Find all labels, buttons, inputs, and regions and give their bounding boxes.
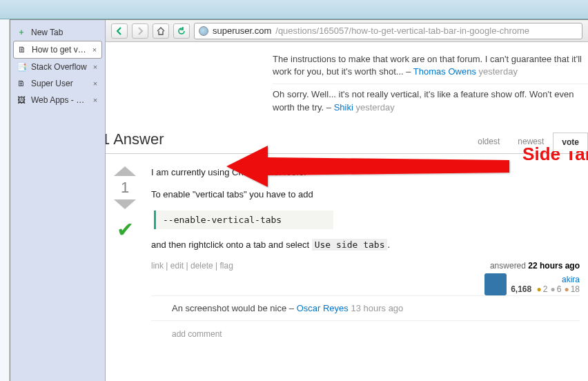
window-titlebar [0, 0, 588, 19]
tab-item[interactable]: 📑 Stack Overflow × [13, 59, 102, 75]
comment-ago: yesterday [479, 66, 518, 77]
left-edge [0, 19, 10, 381]
delete-link[interactable]: delete [190, 261, 213, 271]
globe-icon [199, 26, 208, 36]
answer-body: I am currently using Chrome 6.0.466.0. T… [151, 166, 580, 340]
address-bar[interactable]: superuser.com/questions/165057/how-to-ge… [194, 23, 582, 39]
new-tab-label: New Tab [31, 28, 99, 37]
share-link[interactable]: link [151, 261, 164, 271]
flag-link[interactable]: flag [219, 261, 233, 271]
back-button[interactable] [111, 23, 128, 39]
page-content: The instructions to make that work are o… [106, 42, 588, 381]
close-icon[interactable]: × [91, 96, 99, 104]
answer-user-link[interactable]: akira [562, 275, 580, 284]
downvote-button[interactable] [114, 199, 136, 209]
answered-ago: 22 hours ago [528, 261, 580, 271]
address-path: /questions/165057/how-to-get-vertical-ta… [275, 26, 529, 36]
site-favicon-icon: 🖼 [16, 95, 27, 106]
comment-user-link[interactable]: Oscar Reyes [297, 303, 349, 313]
edit-link[interactable]: edit [170, 261, 184, 271]
vote-score: 1 [121, 179, 129, 197]
tab-label: Web Apps - St... [31, 95, 87, 105]
answer-paragraph: and then rightclick onto a tab and selec… [151, 239, 580, 251]
tab-item[interactable]: 🗎 Super User × [13, 75, 102, 92]
tab-label: How to get ve... [32, 45, 86, 55]
inline-code: Use side tabs [312, 239, 388, 251]
browser-window: + New Tab 🗎 How to get ve... × 📑 Stack O… [10, 19, 588, 381]
add-comment-link[interactable]: add comment [151, 320, 580, 339]
accepted-check-icon: ✔ [117, 217, 134, 242]
upvote-button[interactable] [114, 166, 136, 176]
main-pane: superuser.com/questions/165057/how-to-ge… [106, 20, 588, 381]
comment-text: Oh sorry. Well... it's not really vertic… [273, 89, 574, 112]
sort-votes-tab[interactable]: vote [553, 133, 588, 151]
question-comment: The instructions to make that work are o… [273, 53, 588, 78]
sort-newest-tab[interactable]: newest [509, 132, 553, 150]
avatar [484, 273, 507, 295]
comment-ago: 13 hours ago [351, 303, 403, 313]
answers-header: 1 Answer oldest newest vote [106, 130, 588, 154]
comment-text: An screenshot would be nice – [172, 303, 297, 313]
close-icon[interactable]: × [91, 63, 99, 71]
tab-item[interactable]: 🗎 How to get ve... × [13, 41, 102, 59]
answers-heading: 1 Answer [106, 130, 164, 148]
site-favicon-icon: 🗎 [16, 78, 27, 89]
question-comment: Oh sorry. Well... it's not really vertic… [273, 84, 588, 113]
site-favicon-icon: 📑 [16, 61, 27, 72]
comment-ago: yesterday [355, 102, 394, 113]
plus-icon: + [16, 27, 27, 38]
answer: 1 ✔ I am currently using Chrome 6.0.466.… [106, 164, 588, 340]
answered-label: answered [490, 261, 528, 271]
tab-label: Stack Overflow [31, 62, 87, 72]
answer-paragraph: I am currently using Chrome 6.0.466.0. [151, 166, 580, 179]
new-tab-button[interactable]: + New Tab [13, 24, 102, 41]
answer-signature: answered 22 hours ago akira 6,168 2618 [449, 261, 580, 295]
user-badges: 2618 [534, 284, 580, 294]
tab-item[interactable]: 🖼 Web Apps - St... × [13, 92, 102, 108]
answer-sort-tabs: oldest newest vote [469, 132, 588, 150]
tab-label: Super User [31, 79, 87, 88]
browser-toolbar: superuser.com/questions/165057/how-to-ge… [106, 20, 588, 42]
reload-button[interactable] [173, 23, 190, 39]
vote-controls: 1 ✔ [111, 166, 139, 340]
site-favicon-icon: 🗎 [17, 44, 28, 55]
close-icon[interactable]: × [90, 46, 99, 54]
sort-oldest-tab[interactable]: oldest [469, 132, 509, 150]
home-button[interactable] [153, 23, 169, 39]
comment-user-link[interactable]: Thomas Owens [413, 66, 476, 77]
forward-button[interactable] [132, 23, 148, 39]
vertical-tab-strip: + New Tab 🗎 How to get ve... × 📑 Stack O… [10, 20, 106, 381]
user-rep: 6,168 [511, 284, 531, 294]
close-icon[interactable]: × [91, 79, 99, 88]
code-block: --enable-vertical-tabs [154, 211, 333, 229]
comment-user-link[interactable]: Shiki [334, 102, 353, 113]
address-host: superuser.com [213, 26, 271, 36]
answer-comment: An screenshot would be nice – Oscar Reye… [151, 295, 580, 320]
answer-paragraph: To enable "vertical tabs" you have to ad… [151, 188, 580, 201]
